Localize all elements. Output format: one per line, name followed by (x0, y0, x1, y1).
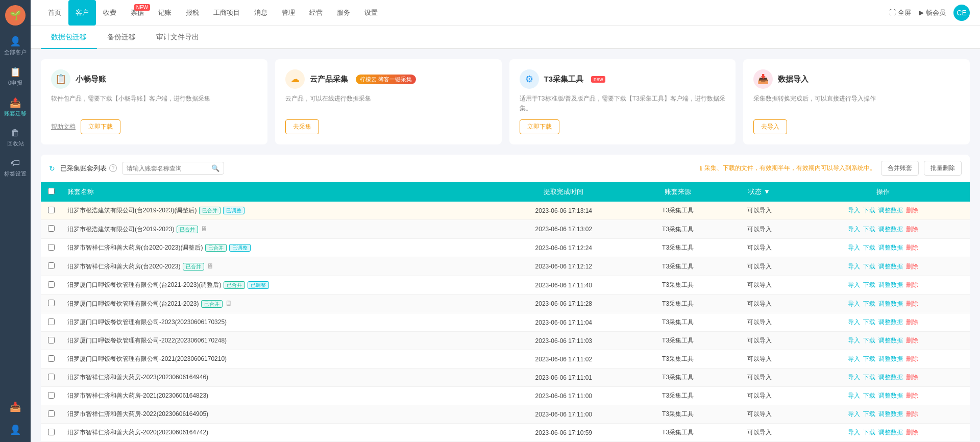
action-下载[interactable]: 下载 (863, 410, 875, 418)
action-导入[interactable]: 导入 (848, 226, 860, 233)
row-checkbox[interactable] (48, 410, 55, 417)
action-下载[interactable]: 下载 (863, 207, 875, 214)
sidebar-item-profile[interactable]: 👤 (0, 419, 31, 442)
sidebar-item-download[interactable]: 📥 (0, 396, 31, 419)
action-删除[interactable]: 删除 (906, 337, 918, 344)
row-checkbox[interactable] (48, 225, 55, 232)
action-调整数据[interactable]: 调整数据 (878, 410, 903, 418)
action-删除[interactable]: 删除 (906, 392, 918, 399)
action-下载[interactable]: 下载 (863, 244, 875, 251)
action-调整数据[interactable]: 调整数据 (878, 263, 903, 270)
sidebar-item-all-clients[interactable]: 👤 全部客户 (0, 31, 31, 61)
action-下载[interactable]: 下载 (863, 374, 875, 381)
action-调整数据[interactable]: 调整数据 (878, 355, 903, 362)
action-下载[interactable]: 下载 (863, 300, 875, 307)
action-下载[interactable]: 下载 (863, 429, 875, 436)
action-删除[interactable]: 删除 (906, 263, 918, 270)
sidebar-item-account-migration[interactable]: 📤 账套迁移 (0, 92, 31, 122)
action-删除[interactable]: 删除 (906, 410, 918, 418)
help-icon[interactable]: ? (109, 164, 117, 172)
nav-bookkeeping[interactable]: 记账 (151, 0, 179, 26)
sidebar-item-tag-settings[interactable]: 🏷 标签设置 (0, 153, 31, 183)
cloud-icon[interactable]: 🖥 (225, 299, 232, 307)
action-下载[interactable]: 下载 (863, 281, 875, 288)
action-导入[interactable]: 导入 (848, 318, 860, 326)
row-checkbox[interactable] (48, 337, 55, 343)
download-now-btn[interactable]: 立即下载 (81, 119, 120, 134)
merge-accounts-btn[interactable]: 合并账套 (881, 161, 919, 176)
vip-btn[interactable]: ▶ 畅会员 (919, 8, 946, 17)
go-import-btn[interactable]: 去导入 (753, 119, 787, 134)
sidebar-item-recycle[interactable]: 🗑 回收站 (0, 122, 31, 153)
row-checkbox[interactable] (48, 318, 55, 325)
action-调整数据[interactable]: 调整数据 (878, 318, 903, 326)
action-调整数据[interactable]: 调整数据 (878, 207, 903, 214)
action-调整数据[interactable]: 调整数据 (878, 244, 903, 251)
action-删除[interactable]: 删除 (906, 429, 918, 436)
action-调整数据[interactable]: 调整数据 (878, 392, 903, 399)
row-checkbox[interactable] (48, 244, 55, 251)
user-avatar[interactable]: CE (953, 5, 970, 21)
row-checkbox[interactable] (48, 262, 55, 269)
nav-operations[interactable]: 经营 (302, 0, 330, 26)
help-doc-link[interactable]: 帮助文档 (51, 122, 76, 131)
action-删除[interactable]: 删除 (906, 355, 918, 362)
nav-clients[interactable]: 客户 (68, 0, 96, 26)
action-导入[interactable]: 导入 (848, 263, 860, 270)
action-调整数据[interactable]: 调整数据 (878, 281, 903, 288)
action-导入[interactable]: 导入 (848, 410, 860, 418)
row-checkbox[interactable] (48, 392, 55, 399)
action-导入[interactable]: 导入 (848, 392, 860, 399)
tab-backup-migration[interactable]: 备份迁移 (97, 26, 146, 49)
row-checkbox[interactable] (48, 281, 55, 288)
action-导入[interactable]: 导入 (848, 429, 860, 436)
action-调整数据[interactable]: 调整数据 (878, 429, 903, 436)
t3-download-btn[interactable]: 立即下载 (520, 119, 559, 134)
action-导入[interactable]: 导入 (848, 281, 860, 288)
action-调整数据[interactable]: 调整数据 (878, 337, 903, 344)
nav-tax[interactable]: 报税 (179, 0, 206, 26)
action-导入[interactable]: 导入 (848, 300, 860, 307)
tab-data-migration[interactable]: 数据包迁移 (41, 26, 97, 49)
action-调整数据[interactable]: 调整数据 (878, 226, 903, 233)
action-删除[interactable]: 删除 (906, 300, 918, 307)
action-删除[interactable]: 删除 (906, 318, 918, 326)
nav-service[interactable]: 服务 (330, 0, 357, 26)
action-导入[interactable]: 导入 (848, 355, 860, 362)
nav-management[interactable]: 管理 (275, 0, 302, 26)
row-checkbox[interactable] (48, 429, 55, 435)
nav-messages[interactable]: 消息 (247, 0, 275, 26)
search-icon[interactable]: 🔍 (211, 164, 219, 172)
row-checkbox[interactable] (48, 374, 55, 380)
action-调整数据[interactable]: 调整数据 (878, 300, 903, 307)
action-删除[interactable]: 删除 (906, 244, 918, 251)
fullscreen-btn[interactable]: ⛶ 全屏 (889, 8, 911, 17)
action-下载[interactable]: 下载 (863, 337, 875, 344)
nav-settings[interactable]: 设置 (357, 0, 385, 26)
action-导入[interactable]: 导入 (848, 244, 860, 251)
action-下载[interactable]: 下载 (863, 355, 875, 362)
action-删除[interactable]: 删除 (906, 281, 918, 288)
action-删除[interactable]: 删除 (906, 207, 918, 214)
refresh-icon[interactable]: ↻ (49, 164, 55, 173)
nav-bills[interactable]: 票据 NEW (124, 0, 151, 26)
batch-delete-btn[interactable]: 批量删除 (924, 161, 962, 176)
action-下载[interactable]: 下载 (863, 318, 875, 326)
row-checkbox[interactable] (48, 300, 55, 306)
cloud-icon[interactable]: 🖥 (201, 225, 208, 233)
cloud-icon[interactable]: 🖥 (207, 262, 214, 270)
action-调整数据[interactable]: 调整数据 (878, 374, 903, 381)
action-导入[interactable]: 导入 (848, 374, 860, 381)
sidebar-item-zero-report[interactable]: 📋 0申报 (0, 61, 31, 92)
nav-fees[interactable]: 收费 (96, 0, 124, 26)
action-下载[interactable]: 下载 (863, 226, 875, 233)
select-all-checkbox[interactable] (48, 188, 55, 194)
action-删除[interactable]: 删除 (906, 374, 918, 381)
nav-home[interactable]: 首页 (41, 0, 68, 26)
action-删除[interactable]: 删除 (906, 226, 918, 233)
row-checkbox[interactable] (48, 207, 55, 213)
nav-business[interactable]: 工商项目 (206, 0, 247, 26)
action-导入[interactable]: 导入 (848, 207, 860, 214)
row-checkbox[interactable] (48, 355, 55, 362)
action-导入[interactable]: 导入 (848, 337, 860, 344)
